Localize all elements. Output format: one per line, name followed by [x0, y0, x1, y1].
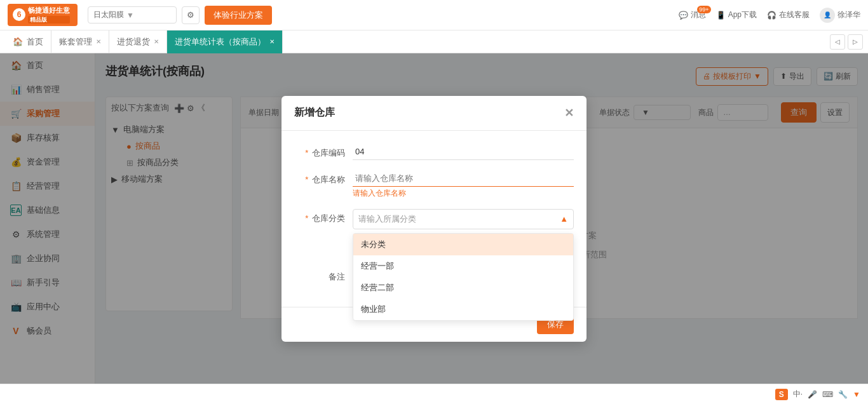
top-nav: 6 畅捷通好生意 精品版 日太阳膜 ▼ ⚙ 体验行业方案 💬 消息 99+ 📱 …: [0, 0, 868, 30]
tab-bar: 🏠 首页 账套管理 ✕ 进货退货 ✕ 进货单统计表（按商品） ✕ ◁ ▷: [0, 30, 868, 53]
tab-close-returns[interactable]: ✕: [154, 38, 159, 45]
tab-accounts[interactable]: 账套管理 ✕: [51, 30, 109, 53]
category-placeholder: 请输入所属分类: [358, 213, 416, 225]
code-label: * 仓库编码: [294, 144, 345, 159]
settings-icon[interactable]: ⚙: [182, 6, 200, 24]
message-item[interactable]: 💬 消息 99+: [679, 10, 706, 20]
tab-home[interactable]: 🏠 首页: [5, 30, 51, 53]
chinese-input-label: 中·: [793, 389, 803, 400]
mic-icon[interactable]: 🎤: [808, 390, 817, 399]
category-label: * 仓库分类: [294, 209, 345, 224]
name-error-msg: 请输入仓库名称: [353, 188, 574, 199]
modal-overlay: 新增仓库 ✕ * 仓库编码 * 仓库名称: [0, 53, 868, 384]
modal-close-button[interactable]: ✕: [564, 106, 574, 120]
home-icon: 🏠: [13, 37, 23, 46]
tab-prev-btn[interactable]: ◁: [830, 34, 845, 50]
tab-close-accounts[interactable]: ✕: [96, 38, 101, 45]
modal-title: 新增仓库: [294, 106, 335, 119]
tab-close-statistics[interactable]: ✕: [269, 38, 275, 45]
name-input[interactable]: [353, 170, 574, 187]
logo-text: 畅捷通好生意 精品版: [28, 6, 70, 24]
code-input[interactable]: [353, 144, 574, 160]
logo: 6 畅捷通好生意 精品版: [8, 4, 78, 27]
headset-icon: 🎧: [767, 11, 776, 20]
search-bar[interactable]: 日太阳膜 ▼: [88, 6, 177, 24]
dropdown-item-uncategorized[interactable]: 未分类: [353, 234, 573, 255]
dropdown-item-property[interactable]: 物业部: [353, 299, 573, 320]
dropdown-item-ops2[interactable]: 经营二部: [353, 277, 573, 299]
dropdown-item-ops1[interactable]: 经营一部: [353, 255, 573, 277]
category-arrow-icon: ▲: [560, 214, 568, 224]
search-value: 日太阳膜: [93, 10, 124, 20]
modal-header: 新增仓库 ✕: [281, 96, 587, 131]
category-field-row: * 仓库分类 请输入所属分类 ▲ 未分类 经营一部 经营二部 物业部: [294, 209, 574, 229]
logo-icon: 6: [13, 8, 25, 21]
tab-returns[interactable]: 进货退货 ✕: [109, 30, 167, 53]
category-dropdown: 未分类 经营一部 经营二部 物业部: [353, 233, 574, 321]
nav-right: 💬 消息 99+ 📱 App下载 🎧 在线客服 👤 徐泽华: [679, 8, 860, 23]
modal-add-warehouse: 新增仓库 ✕ * 仓库编码 * 仓库名称: [281, 96, 587, 342]
code-input-wrap: [353, 144, 574, 160]
notes-label: 备注: [294, 267, 345, 283]
tab-actions: ◁ ▷: [830, 34, 863, 50]
trial-button[interactable]: 体验行业方案: [205, 6, 272, 25]
name-input-wrap: 请输入仓库名称: [353, 170, 574, 199]
keyboard-icon[interactable]: ⌨: [822, 390, 833, 399]
search-dropdown-icon[interactable]: ▼: [126, 11, 134, 20]
message-badge: 99+: [697, 6, 710, 13]
code-field-row: * 仓库编码: [294, 144, 574, 160]
avatar: 👤: [820, 8, 835, 23]
bottom-bar: S 中· 🎤 ⌨ 🔧 ▼: [0, 384, 868, 404]
app-icon: 📱: [716, 11, 726, 20]
modal-body: * 仓库编码 * 仓库名称 请输入仓库名称: [281, 131, 587, 307]
name-field-row: * 仓库名称 请输入仓库名称: [294, 170, 574, 199]
name-label: * 仓库名称: [294, 170, 345, 185]
tab-statistics[interactable]: 进货单统计表（按商品） ✕: [167, 30, 283, 53]
bottom-icons: S 中· 🎤 ⌨ 🔧 ▼: [775, 389, 860, 400]
app-download-item[interactable]: 📱 App下载: [716, 10, 757, 20]
category-input-wrap: 请输入所属分类 ▲ 未分类 经营一部 经营二部 物业部: [353, 209, 574, 229]
message-icon: 💬: [679, 11, 688, 20]
arrow-down-icon[interactable]: ▼: [853, 390, 860, 399]
online-service-item[interactable]: 🎧 在线客服: [767, 10, 810, 20]
bottom-logo: S: [775, 389, 788, 400]
settings-icon2[interactable]: 🔧: [838, 390, 848, 399]
category-select[interactable]: 请输入所属分类 ▲: [353, 209, 574, 229]
tab-next-btn[interactable]: ▷: [848, 34, 863, 50]
user-item[interactable]: 👤 徐泽华: [820, 8, 860, 23]
